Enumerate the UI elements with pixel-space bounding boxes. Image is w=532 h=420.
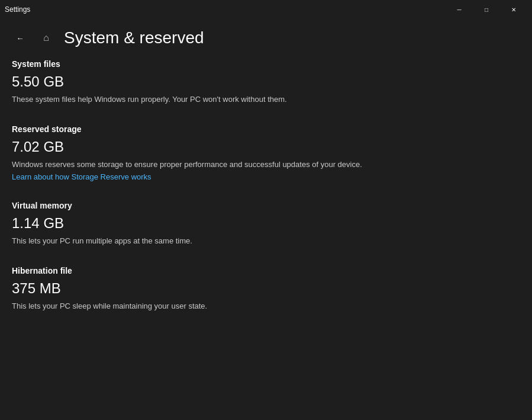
title-bar-controls: ─ □ ✕ [446, 0, 527, 19]
reserved-storage-description: Windows reserves some storage to ensure … [12, 159, 402, 171]
title-bar-title: Settings [5, 5, 30, 14]
virtual-memory-section: Virtual memory 1.14 GB This lets your PC… [12, 201, 520, 247]
reserved-storage-size: 7.02 GB [12, 139, 520, 155]
back-button[interactable]: ← [12, 30, 28, 46]
minimize-icon: ─ [457, 7, 461, 13]
hibernation-file-title: Hibernation file [12, 266, 520, 275]
minimize-button[interactable]: ─ [446, 0, 473, 19]
page-title: System & reserved [64, 28, 204, 47]
hibernation-file-description: This lets your PC sleep while maintainin… [12, 300, 402, 312]
maximize-icon: □ [485, 7, 488, 13]
virtual-memory-size: 1.14 GB [12, 215, 520, 232]
system-files-title: System files [12, 59, 520, 69]
reserved-storage-section: Reserved storage 7.02 GB Windows reserve… [12, 124, 520, 182]
content: System files 5.50 GB These system files … [0, 59, 532, 312]
close-icon: ✕ [511, 7, 516, 13]
storage-reserve-link[interactable]: Learn about how Storage Reserve works [12, 172, 151, 181]
reserved-storage-title: Reserved storage [12, 124, 520, 134]
virtual-memory-description: This lets your PC run multiple apps at t… [12, 235, 402, 247]
title-bar: Settings ─ □ ✕ [0, 0, 532, 19]
title-bar-left: Settings [5, 5, 30, 14]
header: ← ⌂ System & reserved [0, 19, 532, 59]
home-icon-container: ⌂ [38, 30, 54, 46]
virtual-memory-title: Virtual memory [12, 201, 520, 210]
system-files-section: System files 5.50 GB These system files … [12, 59, 520, 105]
back-arrow-icon: ← [16, 34, 24, 43]
maximize-button[interactable]: □ [473, 0, 500, 19]
close-button[interactable]: ✕ [500, 0, 527, 19]
hibernation-file-size: 375 MB [12, 280, 520, 297]
home-icon: ⌂ [43, 33, 49, 43]
hibernation-file-section: Hibernation file 375 MB This lets your P… [12, 266, 520, 312]
system-files-size: 5.50 GB [12, 73, 520, 90]
system-files-description: These system files help Windows run prop… [12, 94, 402, 105]
